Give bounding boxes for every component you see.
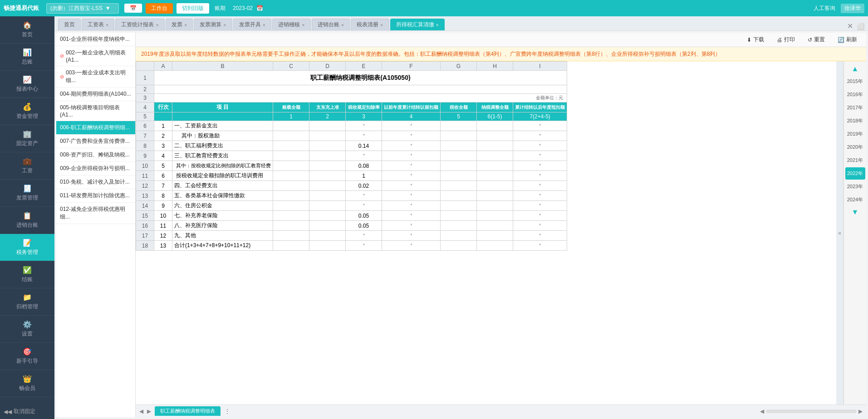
nav-left-btn[interactable]: ◀	[139, 408, 143, 414]
left-item-012[interactable]: 012-减免企业所得税优惠明细...	[56, 203, 135, 224]
col-hdr-c: 账载全额	[273, 102, 309, 112]
unpin-btn[interactable]: ◀◀取消固定	[0, 404, 54, 419]
panel-collapse-toggle[interactable]: «	[836, 61, 843, 404]
spreadsheet-wrapper: ⬇ 下载 🖨 打印 ↺ 重置 🔄 刷新	[136, 33, 866, 417]
year-2022[interactable]: 2022年	[845, 167, 865, 180]
left-item-008[interactable]: 008-资产折旧、摊销及纳税...	[56, 148, 135, 162]
year-2017[interactable]: 2017年	[845, 102, 865, 114]
year-panel: ▲ 2015年 2016年 2017年 2018年 2019年 2020年 20…	[843, 61, 866, 404]
workspace-btn[interactable]: 工作台	[146, 3, 173, 14]
tab-payroll[interactable]: 工资表×	[82, 19, 114, 30]
table-row: 11 6 按税收规定全额扣除的职工培训费用 1 * *	[136, 171, 567, 181]
left-item-010[interactable]: 010-免税、减计收入及加计...	[56, 175, 135, 189]
sidebar-item-close[interactable]: ✅结账	[0, 261, 54, 288]
year-2018[interactable]: 2018年	[845, 115, 865, 127]
sidebar-item-ledger[interactable]: 📊总账	[0, 44, 54, 71]
tab-income-tax[interactable]: 所得税汇算清缴×	[390, 19, 445, 30]
col-hdr-e: 税收规定扣除率	[346, 102, 382, 112]
tab-home[interactable]: 首页	[58, 19, 81, 30]
table-row: 18 13 合计(1+3+4+7+8+9+10+11+12) * *	[136, 241, 567, 251]
sidebar-item-funds[interactable]: 💰资金管理	[0, 98, 54, 125]
scroll-right-btn[interactable]: ▶	[858, 408, 863, 414]
sidebar-item-guide[interactable]: 🎯新手引导	[0, 343, 54, 370]
col-hdr-h: 纳税调整全额	[477, 102, 513, 112]
nav-right-btn[interactable]: ▶	[147, 408, 151, 414]
scroll-left-btn[interactable]: ◀	[760, 408, 764, 414]
left-item-004[interactable]: 004-期间费用明细表(A1040...	[56, 88, 135, 101]
sidebar-item-assets[interactable]: 🏢固定资产	[0, 125, 54, 152]
tab-invoice-calc[interactable]: 发票测算×	[194, 19, 232, 30]
period-label: 账期	[215, 5, 226, 12]
sidebar-item-payroll[interactable]: 💼工资	[0, 152, 54, 180]
year-2023[interactable]: 2023年	[845, 180, 865, 193]
more-sheets-btn[interactable]: ⋮	[224, 408, 230, 415]
left-item-001[interactable]: 001-企业所得税年度纳税申...	[56, 33, 135, 46]
left-item-011[interactable]: 011-研发费用加计扣除优惠...	[56, 189, 135, 203]
left-item-006[interactable]: 006-职工薪酬纳税调整明细...	[56, 121, 135, 135]
download-btn[interactable]: ⬇ 下载	[743, 34, 768, 45]
tab-invoice-issue[interactable]: 发票开具×	[233, 19, 271, 30]
user-avatar[interactable]: 徐泽华	[841, 4, 864, 13]
tab-sales-ledger[interactable]: 进销台账×	[312, 19, 350, 30]
print-btn[interactable]: 🖨 打印	[773, 34, 799, 45]
period-value[interactable]: 2023-02	[233, 5, 253, 11]
col-header-A: A	[154, 62, 172, 71]
period-calendar-icon[interactable]: 📅	[256, 5, 263, 11]
year-2021[interactable]: 2021年	[845, 154, 865, 166]
table-row: 12 7 四、工会经费支出 0.02 * *	[136, 181, 567, 191]
year-2019[interactable]: 2019年	[845, 128, 865, 140]
year-2024[interactable]: 2024年	[845, 194, 865, 206]
col-hdr-item: 项 目	[172, 102, 273, 112]
sidebar-item-invoice[interactable]: 🧾发票管理	[0, 180, 54, 207]
year-2016[interactable]: 2016年	[845, 88, 865, 101]
year-up-btn[interactable]: ▲	[850, 63, 861, 75]
year-2020[interactable]: 2020年	[845, 141, 865, 153]
tab-invoice[interactable]: 发票×	[166, 19, 193, 30]
download-icon: ⬇	[747, 37, 751, 43]
col-header-D: D	[309, 62, 346, 71]
horizontal-scrollbar[interactable]	[766, 409, 857, 413]
bottom-right: ◀ ▶	[760, 408, 863, 414]
year-down-btn[interactable]: ▼	[850, 206, 861, 218]
switch-old-btn[interactable]: 切到旧版	[177, 3, 209, 14]
left-item-002[interactable]: ⊘ 002-一般企业收入明细表(A1...	[56, 46, 135, 66]
company-selector[interactable]: (勿删）江西股宝-LSS ▼	[46, 3, 119, 14]
year-2015[interactable]: 2015年	[845, 75, 865, 88]
unit-label: 金额单位：元	[154, 94, 567, 102]
top-bar-right: 人工客询 徐泽华	[814, 4, 864, 13]
customer-service-btn[interactable]: 人工客询	[814, 5, 835, 12]
sidebar-item-reports[interactable]: 📈报表中心	[0, 71, 54, 98]
tab-bar: 首页 工资表× 工资统计报表× 发票× 发票测算× 发票开具× 进销稽核× 进销…	[54, 16, 868, 31]
sheet-title: 职工薪酬纳税调整明细表(A105050)	[154, 71, 567, 85]
left-item-003[interactable]: ⊘ 003-一般企业成本支出明细...	[56, 66, 135, 88]
tab-check[interactable]: 进销稽核×	[272, 19, 310, 30]
sheet-toolbar: ⬇ 下载 🖨 打印 ↺ 重置 🔄 刷新	[136, 33, 866, 47]
left-item-007[interactable]: 007-广告费和业务宣传费弹...	[56, 135, 135, 148]
col-header-rownum	[136, 62, 154, 71]
col-header-I: I	[513, 62, 567, 71]
row-1-num: 1	[136, 71, 154, 85]
bottom-tab-payroll[interactable]: 职工薪酬纳税调整明细表	[155, 406, 221, 416]
table-row: 14 9 六、住房公积金 * * *	[136, 201, 567, 211]
tab-close-all-btn[interactable]: ✕	[847, 22, 853, 30]
col-header-C: C	[273, 62, 309, 71]
sidebar-item-sales[interactable]: 📋进销台账	[0, 207, 54, 234]
print-icon: 🖨	[777, 37, 782, 43]
sidebar-item-home[interactable]: 🏠首页	[0, 16, 54, 44]
col-header-H: H	[477, 62, 513, 71]
row-5-num: 5	[136, 112, 154, 121]
sidebar-item-vip[interactable]: 👑畅会员	[0, 370, 54, 397]
left-item-005[interactable]: 005-纳税调整项目明细表(A1...	[56, 101, 135, 121]
tab-payroll-stats[interactable]: 工资统计报表×	[115, 19, 164, 30]
sidebar-item-tax[interactable]: 📝税务管理	[0, 234, 54, 261]
sidebar-item-archive[interactable]: 📁归档管理	[0, 288, 54, 316]
spreadsheet-table: A B C D E F G H I	[136, 61, 567, 251]
tab-maximize-btn[interactable]: ⬜	[857, 23, 864, 30]
calendar-btn[interactable]: 📅	[124, 4, 142, 13]
spreadsheet-container[interactable]: A B C D E F G H I	[136, 61, 836, 404]
refresh-btn[interactable]: 🔄 刷新	[834, 34, 861, 45]
tab-tax-list[interactable]: 税表清册×	[351, 19, 389, 30]
left-item-009[interactable]: 009-企业所得税弥补亏损明...	[56, 162, 135, 175]
reset-btn[interactable]: ↺ 重置	[804, 34, 829, 45]
sidebar-item-settings[interactable]: ⚙️设置	[0, 316, 54, 343]
